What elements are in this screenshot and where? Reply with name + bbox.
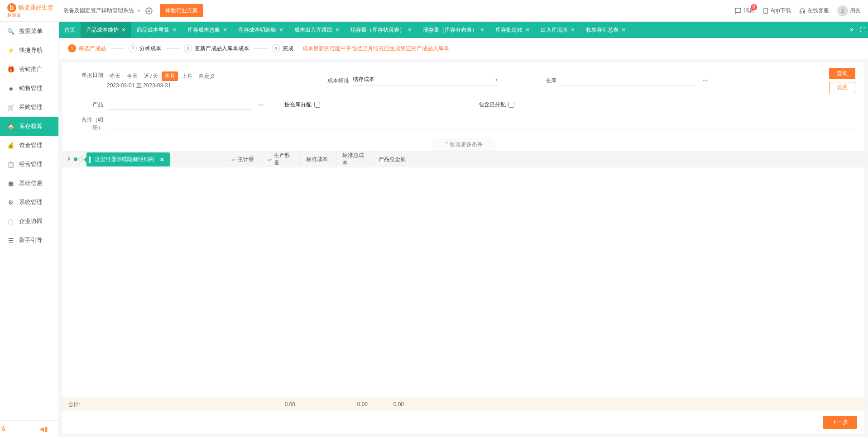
date-preset[interactable]: 今天	[124, 71, 140, 81]
tab-label: 收发存汇总表	[586, 26, 619, 34]
collapse-sidebar-button[interactable]: ◀▮	[29, 421, 59, 437]
tab[interactable]: 产品成本维护✕	[81, 22, 131, 38]
date-preset[interactable]: 上月	[179, 71, 195, 81]
sidebar-item[interactable]: ▢企业协同	[0, 212, 58, 231]
warehouse-more-button[interactable]: ⋯	[702, 77, 708, 84]
tab[interactable]: 现存量（库存分布表）✕	[417, 22, 490, 38]
message-button[interactable]: 消息 6	[734, 7, 754, 14]
sidebar-item-label: 经营管理	[19, 160, 43, 168]
gear-icon[interactable]	[145, 7, 153, 14]
column-header[interactable]: ▴▾ 主计量	[226, 152, 262, 167]
user-menu[interactable]: 用友	[837, 5, 861, 16]
system-selector[interactable]: 装备及固定资产辅助管理系统 ▾	[63, 7, 140, 14]
tab-label: 库存成本明细账	[238, 26, 276, 34]
tab[interactable]: 库存成本总账✕	[182, 22, 233, 38]
sidebar-item[interactable]: 💰资金管理	[0, 136, 58, 155]
sidebar-item[interactable]: ⚡快捷导航	[0, 41, 58, 60]
next-button[interactable]: 下一步	[823, 416, 857, 429]
tab[interactable]: 成本出入库跟踪✕	[289, 22, 345, 38]
column-settings-button[interactable]	[63, 152, 86, 167]
message-badge: 6	[751, 4, 757, 10]
tab-bar: 首页产品成本维护✕商品成本重算✕库存成本总账✕库存成本明细账✕成本出入库跟踪✕现…	[59, 22, 868, 38]
sidebar-item[interactable]: ☰新手引导	[0, 231, 58, 250]
fullscreen-button[interactable]: ⛶	[857, 22, 868, 38]
tab-close-button[interactable]: ✕	[335, 27, 340, 33]
logo-icon: b	[7, 3, 16, 12]
nav-icon: 🎁	[7, 66, 14, 73]
date-preset[interactable]: 昨天	[107, 71, 123, 81]
sidebar-item[interactable]: 🏠库存核算	[0, 117, 58, 136]
include-allocated-checkbox[interactable]	[508, 102, 514, 108]
sidebar-item[interactable]: 🎁营销推广	[0, 60, 58, 79]
column-header[interactable]: 产品总金额	[373, 152, 864, 167]
tab[interactable]: 库存成本明细账✕	[233, 22, 289, 38]
column-header[interactable]: 标准总成本	[337, 152, 373, 167]
svg-point-0	[148, 10, 150, 12]
tab-label: 产品成本维护	[86, 26, 119, 34]
sidebar-item[interactable]: ▦基础信息	[0, 174, 58, 193]
close-all-tabs-button[interactable]: ✕	[846, 22, 857, 38]
tab-close-button[interactable]: ✕	[571, 27, 575, 33]
sidebar-item[interactable]: ⚙系统管理	[0, 193, 58, 212]
close-icon: ✕	[849, 27, 854, 33]
date-range-display: 2023-03-01 至 2023-03-31	[107, 82, 218, 90]
tab[interactable]: 出入库流水✕	[535, 22, 580, 38]
tab-close-button[interactable]: ✕	[525, 27, 530, 33]
product-more-button[interactable]: ⋯	[258, 102, 264, 108]
tab[interactable]: 首页	[59, 22, 81, 38]
tab[interactable]: 现存量（库存状况表）✕	[345, 22, 417, 38]
logo-text: 畅捷通好生意	[18, 4, 53, 12]
settings-footer-button[interactable]	[0, 421, 29, 437]
svg-rect-1	[764, 8, 767, 14]
column-header[interactable]: ▴▾ 生产数量	[262, 152, 301, 167]
tab[interactable]: 商品成本重算✕	[131, 22, 182, 38]
cost-standard-select[interactable]: 结存成本 ▾	[353, 76, 498, 86]
date-preset[interactable]: 近7天	[141, 71, 161, 81]
column-header[interactable]: 标准成本	[301, 152, 337, 167]
product-input[interactable]	[107, 100, 252, 110]
tab[interactable]: 库存批次账✕	[490, 22, 535, 38]
tab-label: 商品成本重算	[137, 26, 169, 34]
sidebar-item-label: 新手引导	[19, 236, 43, 244]
sidebar-item[interactable]: 🔍搜索菜单	[0, 22, 58, 41]
step-separator: ———	[254, 45, 267, 52]
date-preset[interactable]: 本月	[162, 71, 178, 81]
chevron-down-icon: ▾	[495, 77, 498, 82]
by-warehouse-checkbox[interactable]	[314, 102, 320, 108]
tooltip-close-button[interactable]: ✕	[160, 157, 164, 163]
tab-close-button[interactable]: ✕	[121, 27, 126, 33]
tab-close-button[interactable]: ✕	[408, 27, 412, 33]
tab-close-button[interactable]: ✕	[223, 27, 227, 33]
collapse-filters-button[interactable]: ⌃ 收起更多条件	[432, 138, 495, 151]
tab[interactable]: 收发存汇总表✕	[580, 22, 631, 38]
date-label: 单据日期	[72, 71, 103, 79]
tab-close-button[interactable]: ✕	[172, 27, 177, 33]
step-number: 4	[272, 44, 280, 52]
query-button[interactable]: 查询	[829, 68, 855, 79]
remark-input[interactable]	[107, 119, 855, 129]
online-service-button[interactable]: 在线客服	[799, 7, 829, 14]
date-preset[interactable]: 自定义	[196, 71, 218, 81]
sidebar-item-label: 快捷导航	[19, 46, 43, 54]
sidebar: 🔍搜索菜单⚡快捷导航🎁营销推广◈销售管理🛒采购管理🏠库存核算💰资金管理📋经营管理…	[0, 22, 59, 437]
tab-close-button[interactable]: ✕	[621, 27, 626, 33]
online-service-label: 在线客服	[807, 7, 829, 14]
remark-label: 备注（明细）	[72, 116, 103, 132]
sidebar-item-label: 营销推广	[19, 65, 43, 73]
app-download-button[interactable]: App下载	[762, 7, 791, 14]
tab-close-button[interactable]: ✕	[279, 27, 283, 33]
nav-icon: ☰	[7, 237, 14, 244]
sidebar-item[interactable]: 📋经营管理	[0, 155, 58, 174]
app-download-label: App下载	[771, 7, 791, 14]
warehouse-label: 仓库	[525, 77, 556, 85]
table-footer: 合计: 0.00 0.00 0.00	[62, 398, 864, 411]
warehouse-input[interactable]	[560, 76, 696, 86]
sidebar-item[interactable]: ◈销售管理	[0, 79, 58, 98]
product-label: 产品	[72, 101, 103, 109]
sidebar-item[interactable]: 🛒采购管理	[0, 98, 58, 117]
settings-button[interactable]: 设置	[829, 82, 855, 93]
tab-close-button[interactable]: ✕	[480, 27, 484, 33]
experience-button[interactable]: 体验行业方案	[160, 4, 203, 17]
phone-icon	[762, 8, 769, 14]
tab-label: 首页	[64, 26, 75, 34]
